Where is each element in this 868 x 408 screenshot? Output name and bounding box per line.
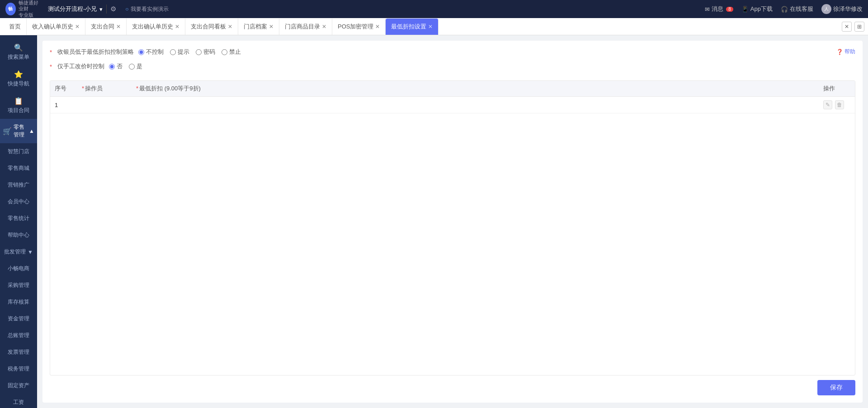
online-service-btn[interactable]: 🎧 在线客服 [781, 5, 813, 13]
tab-payment-confirm-close[interactable]: ✕ [175, 23, 179, 30]
sidebar-item-search[interactable]: 🔍 搜索菜单 [0, 39, 37, 66]
sidebar-item-retail-mall[interactable]: 零售商城 [0, 160, 37, 177]
tab-store-file-close[interactable]: ✕ [269, 23, 274, 30]
tab-expand-btn[interactable]: ⊞ [854, 22, 864, 32]
top-bar: 畅 畅捷通好业财专业版 测试分开流程-小兄 ▾ ⚙ 我要看实例演示 ✉ 消息 8… [0, 0, 868, 18]
sidebar-item-help-center[interactable]: 帮助中心 [0, 227, 37, 244]
sidebar-item-project-contract[interactable]: 📋 项目合同 [0, 92, 37, 119]
demo-link[interactable]: 我要看实例演示 [125, 5, 168, 13]
tab-income-confirm-close[interactable]: ✕ [75, 23, 80, 30]
discount-control-options: 不控制 提示 密码 禁止 [138, 48, 241, 56]
sidebar-item-quick-nav[interactable]: ⭐ 快捷导航 [0, 66, 37, 92]
tab-income-confirm[interactable]: 收入确认单历史 ✕ [27, 19, 85, 35]
radio-manual-yes-input[interactable] [129, 64, 135, 70]
sidebar-item-search-label: 搜索菜单 [8, 53, 29, 61]
project-selector[interactable]: 测试分开流程-小兄 ▾ [48, 5, 103, 13]
sidebar-item-retail-mgmt-label: 零售管理 [14, 123, 27, 139]
sidebar-item-fixed-assets[interactable]: 固定资产 [0, 377, 37, 394]
user-info[interactable]: 人 徐泽华修改 [821, 4, 863, 14]
sidebar-item-retail-mgmt[interactable]: 🛒 零售管理 ▲ [0, 119, 37, 143]
radio-forbid-input[interactable] [222, 49, 227, 55]
sidebar-item-tax-mgmt-label: 税务管理 [8, 365, 29, 373]
discount-control-label: 收银员低于最低折扣控制策略 [57, 48, 134, 56]
radio-password-input[interactable] [196, 49, 202, 55]
discount-table-content: 序号 *操作员 *最低折扣 (9.00等于9折) 操作 1 [50, 81, 855, 113]
sidebar-item-tax-mgmt[interactable]: 税务管理 [0, 361, 37, 377]
tab-store-product-close[interactable]: ✕ [322, 23, 326, 30]
tab-payment-contract-label: 支出合同 [91, 23, 114, 31]
retail-mgmt-arrow-icon: ▲ [29, 128, 34, 134]
sidebar-item-batch-mgmt-label: 批发管理 [4, 248, 26, 256]
sidebar-item-payroll[interactable]: 工资 [0, 394, 37, 408]
radio-manual-no-input[interactable] [109, 64, 115, 70]
sidebar-item-capital-mgmt[interactable]: 资金管理 [0, 310, 37, 327]
radio-manual-yes[interactable]: 是 [129, 62, 142, 70]
tab-pos-encrypt[interactable]: POS加密管理 ✕ [332, 19, 386, 35]
radio-hint-label: 提示 [178, 48, 189, 56]
radio-hint-input[interactable] [170, 49, 176, 55]
sidebar-item-help-center-label: 帮助中心 [8, 231, 29, 239]
radio-password-label: 密码 [203, 48, 215, 56]
app-version: 畅捷通好业财专业版 [19, 0, 42, 18]
sidebar-item-smart-store[interactable]: 智慧门店 [0, 143, 37, 160]
contract-icon: 📋 [14, 97, 23, 105]
sidebar-item-ecommerce[interactable]: 小畅电商 [0, 260, 37, 277]
message-label: 消息 [712, 5, 723, 13]
tab-pos-encrypt-label: POS加密管理 [338, 23, 373, 31]
sidebar-item-project-contract-label: 项目合同 [8, 107, 29, 114]
radio-forbid-label: 禁止 [229, 48, 241, 56]
message-btn[interactable]: ✉ 消息 8 [705, 5, 733, 13]
col-header-seq: 序号 [50, 81, 77, 97]
tab-store-file[interactable]: 门店档案 ✕ [238, 19, 279, 35]
tab-payment-kanban[interactable]: 支出合同看板 ✕ [185, 19, 238, 35]
app-download-btn[interactable]: 📱 App下载 [741, 5, 773, 13]
tab-payment-kanban-close[interactable]: ✕ [228, 23, 232, 30]
sidebar-item-general-ledger[interactable]: 总账管理 [0, 327, 37, 344]
tab-payment-contract-close[interactable]: ✕ [116, 23, 121, 30]
tab-store-file-label: 门店档案 [244, 23, 267, 31]
content-area: ❓ 帮助 * 收银员低于最低折扣控制策略 不控制 提示 [37, 35, 868, 408]
tab-min-discount[interactable]: 最低折扣设置 ✕ [386, 19, 439, 35]
radio-hint[interactable]: 提示 [170, 48, 189, 56]
headset-icon: 🎧 [781, 6, 788, 13]
sidebar-item-batch-mgmt[interactable]: 批发管理 ▼ [0, 244, 37, 260]
app-download-icon: 📱 [741, 6, 749, 13]
edit-icon[interactable]: ✎ [823, 100, 832, 109]
top-bar-right: ✉ 消息 8 📱 App下载 🎧 在线客服 人 徐泽华修改 [705, 4, 863, 14]
sidebar-item-member-center[interactable]: 会员中心 [0, 193, 37, 210]
radio-password[interactable]: 密码 [196, 48, 215, 56]
tab-payment-confirm-label: 支出确认单历史 [132, 23, 173, 31]
sidebar-item-marketing[interactable]: 营销推广 [0, 177, 37, 193]
tab-pos-encrypt-close[interactable]: ✕ [375, 23, 380, 30]
delete-icon[interactable]: 🗑 [835, 100, 844, 109]
table-header-row: 序号 *操作员 *最低折扣 (9.00等于9折) 操作 [50, 81, 855, 97]
manual-price-required: * [50, 63, 52, 70]
save-button[interactable]: 保存 [817, 380, 855, 395]
search-icon: 🔍 [14, 43, 23, 52]
tab-store-product[interactable]: 门店商品目录 ✕ [279, 19, 332, 35]
tab-close-btn[interactable]: ✕ [842, 22, 852, 32]
tab-home[interactable]: 首页 [4, 19, 27, 35]
radio-forbid[interactable]: 禁止 [222, 48, 241, 56]
main-layout: 🔍 搜索菜单 ⭐ 快捷导航 📋 项目合同 🛒 零售管理 ▲ 智慧门店 零售商城 … [0, 35, 868, 408]
batch-mgmt-arrow-icon: ▼ [28, 249, 33, 255]
radio-no-control[interactable]: 不控制 [138, 48, 164, 56]
discount-control-required: * [50, 49, 52, 56]
project-name: 测试分开流程-小兄 [48, 5, 97, 13]
radio-manual-yes-label: 是 [137, 62, 142, 70]
sidebar-item-retail-stats[interactable]: 零售统计 [0, 210, 37, 227]
sidebar-item-inventory[interactable]: 库存核算 [0, 294, 37, 310]
help-btn[interactable]: ❓ 帮助 [836, 48, 855, 56]
sidebar-item-purchase-mgmt[interactable]: 采购管理 [0, 277, 37, 294]
star-icon: ⭐ [14, 70, 23, 79]
settings-icon-btn[interactable]: ⚙ [110, 5, 116, 13]
content-footer: 保存 [50, 375, 855, 395]
sidebar-item-smart-store-label: 智慧门店 [8, 148, 29, 155]
table-cell-action: ✎ 🗑 [819, 97, 855, 113]
tab-payment-contract[interactable]: 支出合同 ✕ [85, 19, 127, 35]
sidebar-item-invoice-mgmt[interactable]: 发票管理 [0, 344, 37, 361]
tab-min-discount-close[interactable]: ✕ [428, 23, 433, 30]
radio-no-control-input[interactable] [138, 49, 144, 55]
radio-manual-no[interactable]: 否 [109, 62, 123, 70]
tab-payment-confirm[interactable]: 支出确认单历史 ✕ [127, 19, 185, 35]
